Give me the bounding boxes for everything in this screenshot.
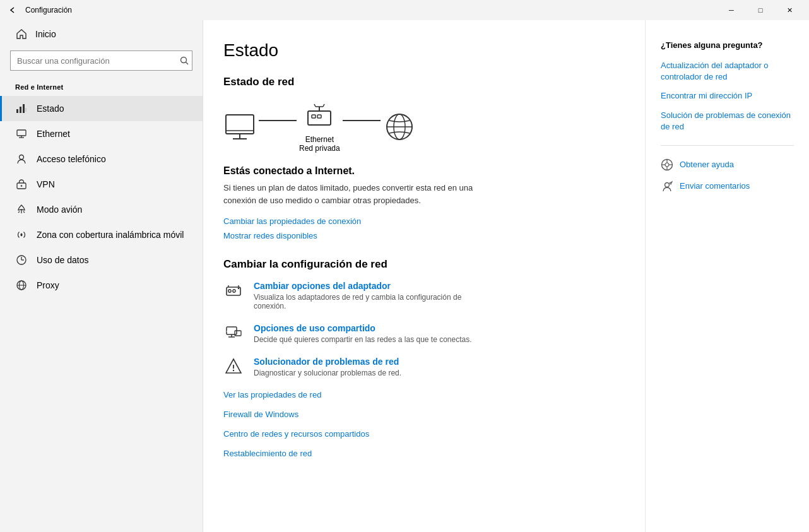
connected-desc: Si tienes un plan de datos limitado, pue… [223,182,488,206]
ethernet-icon [15,127,28,140]
window-controls: ─ □ ✕ [717,0,804,20]
compartido-desc: Decide qué quieres compartir en las rede… [254,335,472,344]
sidebar-section-title: Red e Internet [0,78,203,96]
proxy-icon [15,279,28,292]
search-container [10,50,192,71]
ayuda-text[interactable]: Obtener ayuda [680,160,734,169]
sidebar-item-proxy[interactable]: Proxy [0,273,203,298]
zona-icon [15,228,28,241]
computer-icon [223,112,256,141]
svg-point-13 [21,234,22,235]
main-container: Inicio Red e Internet Estado Ethernet [0,20,809,532]
sidebar-label-avion: Modo avión [37,204,82,215]
config-item-compartido: Opciones de uso compartido Decide qué qu… [223,323,615,344]
svg-rect-2 [16,109,18,113]
sidebar-label-estado: Estado [37,103,64,114]
sidebar: Inicio Red e Internet Estado Ethernet [0,20,203,532]
config-item-adaptador: Cambiar opciones del adaptador Visualiza… [223,281,615,310]
sidebar-label-zona: Zona con cobertura inalámbrica móvil [37,230,184,240]
sidebar-item-ethernet[interactable]: Ethernet [0,121,203,146]
svg-line-1 [186,62,189,65]
home-label: Inicio [35,29,56,39]
help-link-0[interactable]: Actualización del adaptador o controlado… [661,60,794,83]
svg-rect-24 [317,115,321,118]
sidebar-item-vpn[interactable]: VPN [0,172,203,197]
svg-rect-42 [235,331,241,336]
help-title: ¿Tienes alguna pregunta? [661,40,794,50]
close-button[interactable]: ✕ [775,0,804,20]
svg-point-46 [233,370,234,371]
config-section-title: Cambiar la configuración de red [223,258,615,271]
sidebar-label-ethernet: Ethernet [37,129,70,139]
sidebar-item-acceso[interactable]: Acceso telefónico [0,146,203,172]
home-icon [15,28,28,40]
sidebar-item-zona[interactable]: Zona con cobertura inalámbrica móvil [0,222,203,247]
svg-rect-6 [17,130,26,136]
svg-point-0 [181,57,187,63]
sidebar-item-home[interactable]: Inicio [0,20,203,48]
help-divider [661,145,794,146]
router-icon [304,101,334,131]
svg-rect-23 [312,115,316,118]
help-link-2[interactable]: Solución de problemas de conexión de red [661,110,794,133]
compartido-title[interactable]: Opciones de uso compartido [254,323,472,333]
adaptador-desc: Visualiza los adaptadores de red y cambi… [254,293,493,310]
svg-point-34 [228,290,231,292]
sidebar-label-uso: Uso de datos [37,255,89,265]
svg-point-35 [233,290,235,292]
svg-line-28 [314,104,316,107]
help-action-ayuda[interactable]: Obtener ayuda [661,158,794,171]
link-redes[interactable]: Mostrar redes disponibles [223,231,615,240]
avion-icon [15,203,28,216]
sidebar-item-avion[interactable]: Modo avión [0,197,203,222]
adaptador-title[interactable]: Cambiar opciones del adaptador [254,281,493,291]
svg-rect-5 [25,108,27,112]
right-panel: ¿Tienes alguna pregunta? Actualización d… [645,20,809,532]
back-button[interactable] [5,3,20,18]
sidebar-item-uso[interactable]: Uso de datos [0,247,203,273]
titlebar: Configuración ─ □ ✕ [0,0,809,20]
link-restablecimiento[interactable]: Restablecimiento de red [223,449,615,458]
comentarios-icon [661,180,673,192]
svg-point-11 [21,185,23,187]
ayuda-icon [661,158,673,171]
uso-icon [15,254,28,266]
network-diagram: Ethernet Red privada [223,101,615,153]
svg-point-53 [665,182,670,187]
bottom-links: Ver las propiedades de red Firewall de W… [223,390,615,463]
globe-icon [383,110,416,143]
help-link-1[interactable]: Encontrar mi dirección IP [661,90,794,102]
help-action-comentarios[interactable]: Enviar comentarios [661,180,794,192]
acceso-icon [15,153,28,165]
search-button[interactable] [180,56,189,65]
globe-device [383,110,416,143]
link-firewall[interactable]: Firewall de Windows [223,410,615,419]
sidebar-label-acceso: Acceso telefónico [37,154,106,164]
solucionador-title[interactable]: Solucionador de problemas de red [254,357,401,367]
config-item-solucionador: Solucionador de problemas de red Diagnos… [223,357,615,377]
restore-button[interactable]: □ [746,0,775,20]
vpn-icon [15,178,28,191]
link-centro-redes[interactable]: Centro de redes y recursos compartidos [223,429,615,439]
compartido-icon [223,324,244,341]
content-area: Estado Estado de red [203,20,645,532]
search-input[interactable] [10,50,192,71]
comentarios-text[interactable]: Enviar comentarios [680,181,750,191]
svg-point-36 [238,288,240,290]
svg-rect-4 [23,104,25,113]
link-propiedades[interactable]: Cambiar las propiedades de conexión [223,216,615,226]
connected-title: Estás conectado a Internet. [223,165,615,177]
app-title: Configuración [25,6,72,15]
line-2 [343,120,381,121]
sidebar-item-estado[interactable]: Estado [0,96,203,121]
sidebar-label-vpn: VPN [37,179,55,189]
minimize-button[interactable]: ─ [717,0,746,20]
svg-line-29 [323,104,324,107]
estado-icon [15,102,28,115]
svg-point-48 [665,163,669,167]
solucionador-icon [223,358,244,374]
link-ver-propiedades[interactable]: Ver las propiedades de red [223,390,615,399]
sidebar-label-proxy: Proxy [37,280,59,290]
computer-device [223,112,256,141]
svg-rect-3 [20,107,21,113]
